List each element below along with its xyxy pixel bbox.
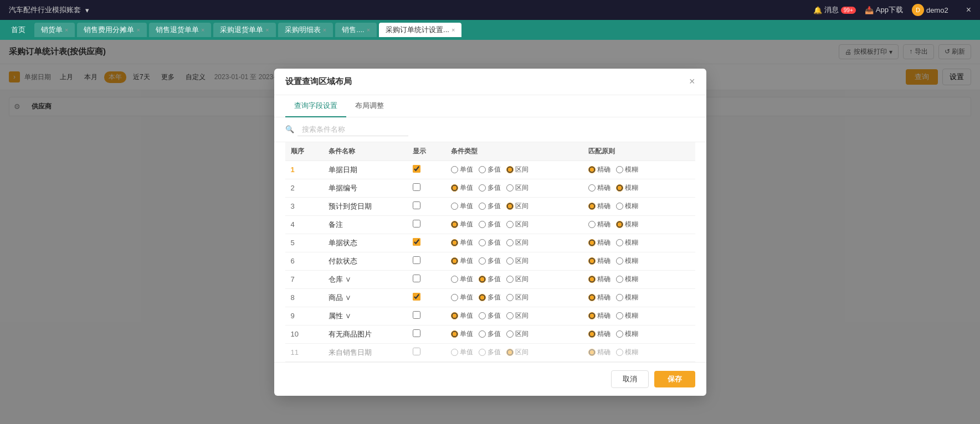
download-area[interactable]: 📥 App下载 [865, 5, 903, 15]
cond-type-radio-1[interactable] [479, 349, 486, 356]
match-type-radio-0[interactable] [588, 166, 596, 173]
show-checkbox[interactable] [413, 201, 420, 209]
cell-show[interactable] [407, 179, 445, 197]
cell-show[interactable] [407, 161, 445, 179]
cond-type-radio-1[interactable] [479, 276, 486, 283]
cond-type-radio-0[interactable] [451, 312, 458, 319]
match-type-option-0[interactable]: 精确 [588, 201, 610, 211]
cond-type-option-1[interactable]: 多值 [479, 183, 501, 193]
cond-type-option-0[interactable]: 单值 [451, 329, 473, 339]
top-close-button[interactable]: × [966, 5, 971, 15]
tab-purchase-detail[interactable]: 采购明细表 × [278, 23, 333, 37]
cond-type-option-0[interactable]: 单值 [451, 256, 473, 266]
cond-type-radio-1[interactable] [479, 221, 486, 228]
match-type-option-0[interactable]: 精确 [588, 183, 610, 193]
cell-show[interactable] [407, 325, 445, 343]
cond-type-option-1[interactable]: 多值 [479, 238, 501, 247]
cond-type-option-1[interactable]: 多值 [479, 256, 501, 266]
cond-type-radio-2[interactable] [506, 312, 514, 319]
match-type-option-1[interactable]: 模糊 [616, 165, 638, 174]
match-type-radio-0[interactable] [588, 294, 596, 301]
match-type-radio-1[interactable] [616, 276, 623, 283]
cond-type-radio-1[interactable] [479, 294, 486, 301]
notification-area[interactable]: 🔔 消息 99+ [813, 5, 856, 15]
match-type-option-0[interactable]: 精确 [588, 311, 610, 320]
condition-search-input[interactable] [297, 123, 408, 136]
cond-type-option-2[interactable]: 区间 [506, 165, 529, 174]
save-button[interactable]: 保存 [654, 371, 695, 387]
match-type-option-1[interactable]: 模糊 [616, 256, 638, 266]
match-type-option-0[interactable]: 精确 [588, 275, 610, 284]
cell-show[interactable] [407, 197, 445, 215]
cond-type-radio-2[interactable] [506, 203, 514, 210]
show-checkbox[interactable] [413, 275, 420, 282]
match-type-radio-1[interactable] [616, 330, 623, 338]
tab-sales-table-close[interactable]: × [367, 27, 370, 33]
show-checkbox[interactable] [413, 329, 420, 337]
cond-type-option-2[interactable]: 区间 [506, 256, 529, 266]
cond-type-radio-2[interactable] [506, 257, 514, 265]
tab-sales-expense[interactable]: 销售费用分摊单 × [77, 23, 146, 37]
match-type-radio-1[interactable] [616, 294, 623, 301]
cond-type-option-1[interactable]: 多值 [479, 201, 501, 211]
cond-type-option-1[interactable]: 多值 [479, 311, 501, 320]
match-type-radio-1[interactable] [616, 239, 623, 246]
match-type-option-1[interactable]: 模糊 [616, 348, 638, 357]
match-type-option-1[interactable]: 模糊 [616, 329, 638, 339]
match-type-option-1[interactable]: 模糊 [616, 201, 638, 211]
cond-type-radio-0[interactable] [451, 257, 458, 265]
show-checkbox[interactable] [413, 238, 420, 246]
tab-purchase-return[interactable]: 采购退货单单 × [213, 23, 275, 37]
match-type-option-1[interactable]: 模糊 [616, 311, 638, 320]
tab-current[interactable]: 采购订单统计设置... × [379, 23, 461, 37]
cond-type-option-0[interactable]: 单值 [451, 275, 473, 284]
cond-type-radio-0[interactable] [451, 294, 458, 301]
cond-type-radio-0[interactable] [451, 349, 458, 356]
match-type-radio-0[interactable] [588, 330, 596, 338]
dropdown-icon[interactable]: ▾ [85, 6, 89, 14]
match-type-radio-0[interactable] [588, 221, 596, 228]
tab-home[interactable]: 首页 [4, 23, 32, 37]
match-type-option-0[interactable]: 精确 [588, 220, 610, 229]
match-type-option-1[interactable]: 模糊 [616, 238, 638, 247]
cell-show[interactable] [407, 288, 445, 307]
cond-type-radio-2[interactable] [506, 276, 514, 283]
cond-type-radio-1[interactable] [479, 257, 486, 265]
cond-type-option-2[interactable]: 区间 [506, 311, 529, 320]
cond-type-radio-1[interactable] [479, 184, 486, 192]
match-type-radio-1[interactable] [616, 221, 623, 228]
tab-sales[interactable]: 销货单 × [34, 23, 75, 37]
cond-type-option-2[interactable]: 区间 [506, 348, 529, 357]
cond-type-radio-0[interactable] [451, 276, 458, 283]
match-type-radio-1[interactable] [616, 166, 623, 173]
cond-type-option-0[interactable]: 单值 [451, 165, 473, 174]
cond-type-option-0[interactable]: 单值 [451, 238, 473, 247]
cond-type-option-2[interactable]: 区间 [506, 183, 529, 193]
match-type-option-1[interactable]: 模糊 [616, 275, 638, 284]
cond-type-option-0[interactable]: 单值 [451, 311, 473, 320]
cell-show[interactable] [407, 307, 445, 325]
cond-type-radio-1[interactable] [479, 312, 486, 319]
cell-show[interactable] [407, 270, 445, 288]
tab-sales-return-close[interactable]: × [201, 27, 204, 33]
tab-sales-return[interactable]: 销售退货单单 × [149, 23, 211, 37]
cond-type-radio-2[interactable] [506, 184, 514, 192]
cond-type-radio-2[interactable] [506, 294, 514, 301]
cell-show[interactable] [407, 343, 445, 361]
cond-type-option-2[interactable]: 区间 [506, 293, 529, 302]
show-checkbox[interactable] [413, 256, 420, 264]
cond-type-radio-2[interactable] [506, 330, 514, 338]
match-type-radio-0[interactable] [588, 203, 596, 210]
cond-type-option-2[interactable]: 区间 [506, 329, 529, 339]
cond-type-radio-0[interactable] [451, 203, 458, 210]
tab-sales-close[interactable]: × [65, 27, 68, 33]
cond-type-radio-0[interactable] [451, 330, 458, 338]
cond-type-radio-2[interactable] [506, 239, 514, 246]
cancel-button[interactable]: 取消 [611, 370, 649, 388]
cond-type-radio-0[interactable] [451, 239, 458, 246]
cond-type-option-1[interactable]: 多值 [479, 329, 501, 339]
match-type-radio-1[interactable] [616, 349, 623, 356]
cond-type-option-2[interactable]: 区间 [506, 275, 529, 284]
match-type-option-1[interactable]: 模糊 [616, 183, 638, 193]
tab-sales-expense-close[interactable]: × [136, 27, 140, 33]
